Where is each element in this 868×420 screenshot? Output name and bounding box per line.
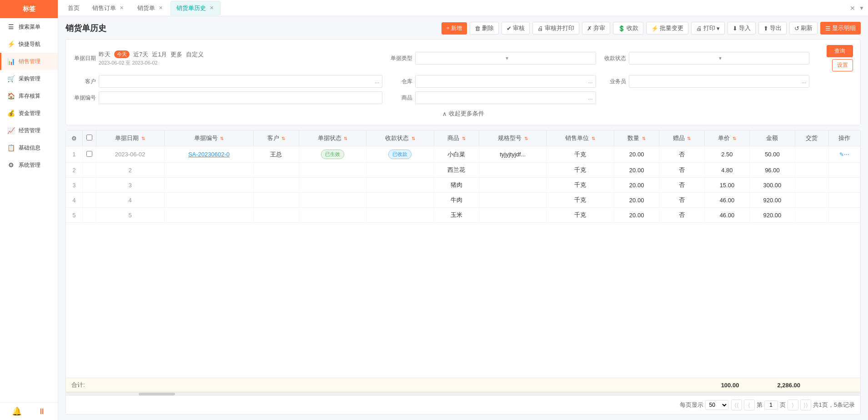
row-checkbox[interactable] bbox=[82, 163, 96, 178]
col-price[interactable]: 单价 ⇅ bbox=[704, 130, 749, 146]
scrollbar-thumb[interactable] bbox=[139, 393, 175, 395]
shortcut-today[interactable]: 今天 bbox=[114, 50, 130, 58]
add-button[interactable]: + 新增 bbox=[442, 22, 467, 35]
tab-sales-delivery-close[interactable]: ✕ bbox=[158, 4, 164, 12]
print-button[interactable]: 🖨 打印 ▾ bbox=[691, 22, 725, 35]
docno-input-wrap[interactable] bbox=[99, 91, 382, 104]
abandon-icon: ✗ bbox=[587, 25, 592, 32]
payment-status-select[interactable]: ▾ bbox=[629, 52, 809, 65]
col-checkbox[interactable] bbox=[82, 130, 96, 146]
goods-input[interactable] bbox=[418, 95, 588, 101]
sidebar-item-finance[interactable]: 💰 资金管理 bbox=[0, 105, 58, 122]
row-checkbox[interactable] bbox=[82, 178, 96, 193]
docno-input[interactable] bbox=[102, 95, 379, 101]
sidebar-item-inventory[interactable]: 🏠 库存核算 bbox=[0, 87, 58, 105]
summary-qty: 100.00 bbox=[719, 382, 739, 389]
salesman-input-wrap[interactable]: ... bbox=[629, 75, 809, 88]
row-price: 46.00 bbox=[704, 208, 749, 223]
tab-sales-delivery[interactable]: 销货单 ✕ bbox=[131, 1, 170, 15]
customer-input-wrap[interactable]: ... bbox=[99, 75, 382, 88]
col-payment-status[interactable]: 收款状态 ⇅ bbox=[366, 130, 434, 146]
col-gift[interactable]: 赠品 ⇅ bbox=[659, 130, 704, 146]
sidebar-item-basic-info[interactable]: 📋 基础信息 bbox=[0, 139, 58, 156]
goods-input-wrap[interactable]: ... bbox=[415, 91, 596, 104]
tab-sales-order[interactable]: 销售订单 ✕ bbox=[86, 1, 130, 15]
tab-sales-history-close[interactable]: ✕ bbox=[209, 4, 215, 12]
import-button[interactable]: ⬇ 导入 bbox=[728, 22, 756, 35]
doc-no-link[interactable]: SA-20230602-0 bbox=[188, 151, 230, 158]
abandon-button[interactable]: ✗ 弃审 bbox=[582, 22, 610, 35]
row-unit: 千克 bbox=[547, 178, 614, 193]
customer-input[interactable] bbox=[102, 78, 375, 85]
next-page-btn[interactable]: ⟩ bbox=[788, 400, 798, 410]
collect-button[interactable]: 💲 收款 bbox=[613, 22, 643, 35]
sidebar-item-sys-mgmt[interactable]: ⚙ 系统管理 bbox=[0, 156, 58, 174]
tab-sales-order-close[interactable]: ✕ bbox=[119, 4, 125, 12]
refresh-button[interactable]: ↺ 刷新 bbox=[789, 22, 818, 35]
tab-close-all-icon[interactable]: ✕ bbox=[850, 5, 855, 12]
row-checkbox[interactable] bbox=[82, 208, 96, 223]
sidebar-item-quick-nav[interactable]: ⚡ 快捷导航 bbox=[0, 35, 58, 53]
row-customer bbox=[254, 178, 299, 193]
horizontal-scrollbar[interactable] bbox=[66, 392, 860, 395]
export-button[interactable]: ⬆ 导出 bbox=[758, 22, 787, 35]
more-action[interactable]: ⋯ bbox=[844, 151, 849, 158]
page-size-select[interactable]: 20 50 100 bbox=[705, 400, 728, 410]
salesman-input[interactable] bbox=[632, 78, 802, 85]
settings-button[interactable]: 设置 bbox=[832, 59, 853, 71]
goods-ellipsis[interactable]: ... bbox=[588, 95, 593, 101]
tab-home[interactable]: 首页 bbox=[62, 1, 85, 15]
sidebar-item-search-menu[interactable]: ☰ 搜索菜单 bbox=[0, 18, 58, 35]
sidebar-item-purchase[interactable]: 🛒 采购管理 bbox=[0, 70, 58, 87]
col-goods[interactable]: 商品 ⇅ bbox=[434, 130, 479, 146]
col-qty[interactable]: 数量 ⇅ bbox=[614, 130, 659, 146]
sidebar-bottom: 🔔 ⏸ bbox=[0, 402, 58, 420]
shortcut-custom[interactable]: 自定义 bbox=[186, 50, 204, 59]
col-spec[interactable]: 规格型号 ⇅ bbox=[479, 130, 546, 146]
shortcut-1month[interactable]: 近1月 bbox=[152, 50, 167, 59]
row-checkbox[interactable] bbox=[82, 146, 96, 163]
last-page-btn[interactable]: ⟩⟩ bbox=[800, 400, 811, 410]
collapse-button[interactable]: ∧ 收起更多条件 bbox=[441, 108, 486, 120]
shortcut-7days[interactable]: 近7天 bbox=[133, 50, 148, 59]
show-detail-button[interactable]: ☰ 显示明细 bbox=[820, 22, 861, 35]
salesman-ellipsis[interactable]: ... bbox=[802, 78, 806, 85]
shortcut-more[interactable]: 更多 bbox=[171, 50, 182, 59]
warehouse-ellipsis[interactable]: ... bbox=[588, 78, 593, 85]
date-label: 单据日期 bbox=[73, 55, 96, 62]
sidebar-item-operations[interactable]: 📈 经营管理 bbox=[0, 122, 58, 139]
doc-type-select[interactable]: ▾ bbox=[415, 52, 596, 65]
select-all-checkbox[interactable] bbox=[86, 135, 92, 140]
col-doc-no[interactable]: 单据编号 ⇅ bbox=[164, 130, 254, 146]
table-wrap[interactable]: ⚙ 单据日期 ⇅ 单据编号 ⇅ bbox=[66, 130, 860, 378]
warehouse-input-wrap[interactable]: ... bbox=[415, 75, 596, 88]
pause-icon[interactable]: ⏸ bbox=[38, 407, 46, 416]
row-doc-date: 5 bbox=[96, 208, 164, 223]
col-unit[interactable]: 销售单位 ⇅ bbox=[547, 130, 614, 146]
edit-action[interactable]: ✎ bbox=[839, 151, 844, 158]
col-settings[interactable]: ⚙ bbox=[66, 130, 82, 146]
delete-button[interactable]: 🗑 删除 bbox=[470, 22, 499, 35]
doc-status-sort-icon: ⇅ bbox=[344, 136, 347, 141]
warehouse-input[interactable] bbox=[418, 78, 588, 85]
query-button[interactable]: 查询 bbox=[827, 45, 853, 57]
row-check[interactable] bbox=[86, 151, 92, 157]
row-checkbox[interactable] bbox=[82, 193, 96, 208]
shortcut-yesterday[interactable]: 昨天 bbox=[99, 50, 110, 59]
customer-sort-icon: ⇅ bbox=[281, 136, 285, 141]
notification-icon[interactable]: 🔔 bbox=[12, 406, 22, 416]
batch-change-button[interactable]: ⚡ 批量变更 bbox=[646, 22, 688, 35]
data-table: ⚙ 单据日期 ⇅ 单据编号 ⇅ bbox=[66, 130, 860, 223]
customer-ellipsis[interactable]: ... bbox=[375, 78, 379, 85]
sidebar-item-sales[interactable]: 📊 销售管理 bbox=[0, 53, 58, 70]
audit-print-button[interactable]: 🖨 审核并打印 bbox=[532, 22, 579, 35]
prev-page-btn[interactable]: ⟨ bbox=[744, 400, 755, 410]
tab-sales-history[interactable]: 销货单历史 ✕ bbox=[171, 1, 221, 15]
col-doc-date[interactable]: 单据日期 ⇅ bbox=[96, 130, 164, 146]
audit-button[interactable]: ✔ 审核 bbox=[502, 22, 530, 35]
col-doc-status[interactable]: 单据状态 ⇅ bbox=[299, 130, 366, 146]
first-page-btn[interactable]: ⟨⟨ bbox=[731, 400, 742, 410]
col-customer[interactable]: 客户 ⇅ bbox=[254, 130, 299, 146]
tab-menu-icon[interactable]: ▼ bbox=[859, 5, 864, 11]
page-input[interactable] bbox=[764, 400, 778, 410]
